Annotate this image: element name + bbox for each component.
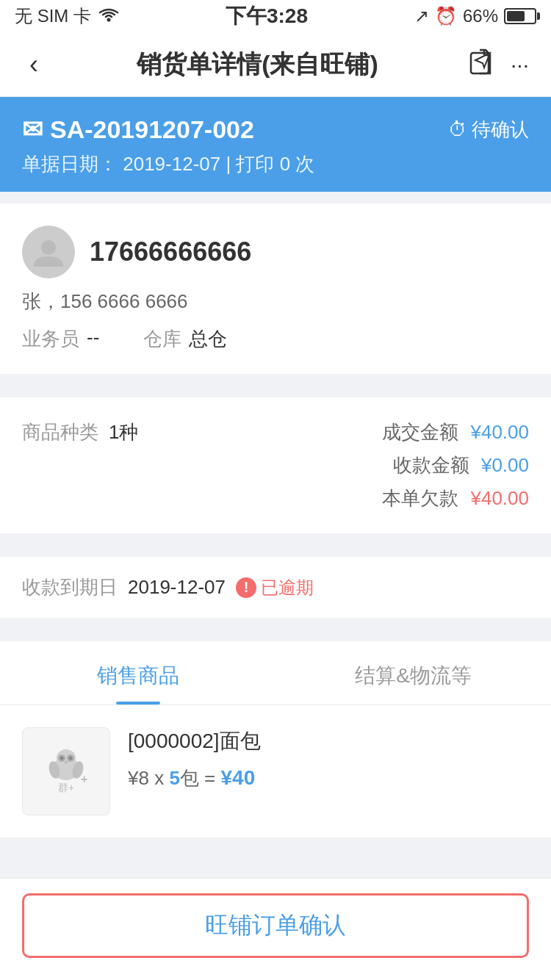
print-count-val: 0	[280, 153, 290, 175]
amount-deal-label: 成交金额	[382, 419, 458, 445]
due-date-card: 收款到期日 2019-12-07 ! 已逾期	[0, 557, 551, 618]
battery-icon	[504, 8, 536, 24]
divider-3	[0, 545, 551, 557]
unit-label: 包 =	[180, 767, 221, 789]
print-unit-val: 次	[295, 153, 314, 175]
order-status-text: 待确认	[472, 117, 529, 143]
tab-settlement-label: 结算&物流等	[355, 664, 472, 687]
separator: |	[226, 153, 236, 175]
bottom-bar: 旺铺订单确认	[0, 878, 551, 980]
location-icon: ↗	[414, 6, 429, 26]
amount-paid-label: 收款金额	[393, 453, 469, 478]
amount-paid: 收款金额 ¥0.00	[393, 453, 529, 478]
amount-owed: 本单欠款 ¥40.00	[382, 486, 529, 511]
divider-1	[0, 192, 551, 203]
due-date-label: 收款到期日	[22, 574, 118, 600]
product-price-row: ¥8 x 5包 = ¥40	[128, 765, 529, 791]
confirm-order-button[interactable]: 旺铺订单确认	[22, 893, 529, 958]
sales-meta: 业务员 --	[22, 326, 99, 352]
customer-phone: 17666666666	[90, 237, 251, 267]
order-status: ⏱ 待确认	[448, 117, 529, 143]
divider-2	[0, 386, 551, 397]
tab-settlement[interactable]: 结算&物流等	[276, 641, 551, 705]
summary-right: 成交金额 ¥40.00 收款金额 ¥0.00 本单欠款 ¥40.00	[382, 419, 529, 511]
wifi-icon	[98, 6, 119, 26]
amount-owed-value: ¥40.00	[470, 487, 529, 510]
price-label: ¥8 x	[128, 767, 169, 789]
svg-point-4	[41, 240, 56, 255]
order-id-row: ✉ SA-20191207-002 ⏱ 待确认	[22, 115, 529, 144]
svg-point-9	[60, 757, 64, 760]
alarm-icon: ⏰	[435, 6, 457, 26]
status-time: 下午3:28	[226, 2, 308, 30]
customer-row: 17666666666	[22, 226, 529, 278]
overdue-warning-icon: !	[236, 577, 256, 598]
battery-percentage: 66%	[463, 6, 498, 26]
status-right: ↗ ⏰ 66%	[414, 6, 536, 26]
warehouse-meta: 仓库 总仓	[143, 326, 227, 352]
carrier-label: 无 SIM 卡	[15, 4, 91, 28]
customer-name: 张，156 6666 6666	[22, 289, 529, 314]
order-date: 2019-12-07	[123, 153, 220, 175]
status-clock-icon: ⏱	[448, 118, 467, 141]
tab-products[interactable]: 销售商品	[0, 641, 276, 705]
sales-label: 业务员	[22, 326, 79, 352]
svg-point-0	[107, 18, 111, 22]
order-id: ✉ SA-20191207-002	[22, 115, 254, 144]
back-button[interactable]: ‹	[22, 42, 46, 87]
nav-bar: ‹ 销货单详情(来自旺铺) ···	[0, 32, 551, 97]
customer-meta: 业务员 -- 仓库 总仓	[22, 326, 529, 352]
qty-value: 5	[169, 767, 179, 789]
amount-deal-value: ¥40.00	[470, 421, 529, 444]
overdue-badge: ! 已逾期	[236, 576, 314, 599]
more-button[interactable]: ···	[511, 52, 529, 77]
summary-card: 商品种类 1种 成交金额 ¥40.00 收款金额 ¥0.00 本单欠款 ¥40.…	[0, 397, 551, 533]
order-id-text: SA-20191207-002	[50, 115, 254, 144]
order-date-row: 单据日期： 2019-12-07 | 打印 0 次	[22, 151, 529, 177]
avatar	[22, 226, 75, 278]
tab-products-label: 销售商品	[97, 664, 179, 687]
amount-paid-value: ¥0.00	[481, 454, 529, 477]
warehouse-label: 仓库	[143, 326, 181, 352]
product-info: [0000002]面包 ¥8 x 5包 = ¥40	[128, 727, 529, 815]
product-list: + 群+ [0000002]面包 ¥8 x 5包 = ¥40	[0, 705, 551, 838]
print-label: 打印	[236, 153, 274, 175]
product-item: + 群+ [0000002]面包 ¥8 x 5包 = ¥40	[0, 705, 551, 838]
date-label: 单据日期：	[22, 153, 118, 175]
order-id-icon: ✉	[22, 115, 43, 144]
overdue-text: 已逾期	[261, 576, 314, 599]
product-thumbnail: + 群+	[22, 727, 110, 815]
tabs-container: 销售商品 结算&物流等	[0, 641, 551, 705]
customer-card: 17666666666 张，156 6666 6666 业务员 -- 仓库 总仓	[0, 203, 551, 374]
confirm-button-label: 旺铺订单确认	[205, 909, 346, 942]
product-type-item: 商品种类 1种	[22, 419, 138, 445]
svg-point-10	[69, 757, 73, 760]
svg-text:+: +	[81, 773, 87, 783]
order-header: ✉ SA-20191207-002 ⏱ 待确认 单据日期： 2019-12-07…	[0, 97, 551, 192]
summary-left: 商品种类 1种	[22, 419, 138, 445]
share-button[interactable]	[469, 48, 496, 80]
amount-deal: 成交金额 ¥40.00	[382, 419, 529, 445]
product-type-value: 1种	[109, 419, 138, 445]
amount-owed-label: 本单欠款	[382, 486, 458, 511]
status-bar: 无 SIM 卡 下午3:28 ↗ ⏰ 66%	[0, 0, 551, 32]
product-type-label: 商品种类	[22, 419, 98, 445]
divider-4	[0, 630, 551, 641]
page-title: 销货单详情(来自旺铺)	[137, 48, 378, 82]
sales-value: --	[87, 326, 99, 352]
nav-actions: ···	[469, 48, 529, 80]
total-value: ¥40	[220, 766, 255, 789]
due-date-value: 2019-12-07	[128, 576, 226, 599]
warehouse-value: 总仓	[189, 326, 227, 352]
status-left: 无 SIM 卡	[15, 4, 119, 28]
product-name: [0000002]面包	[128, 727, 529, 755]
